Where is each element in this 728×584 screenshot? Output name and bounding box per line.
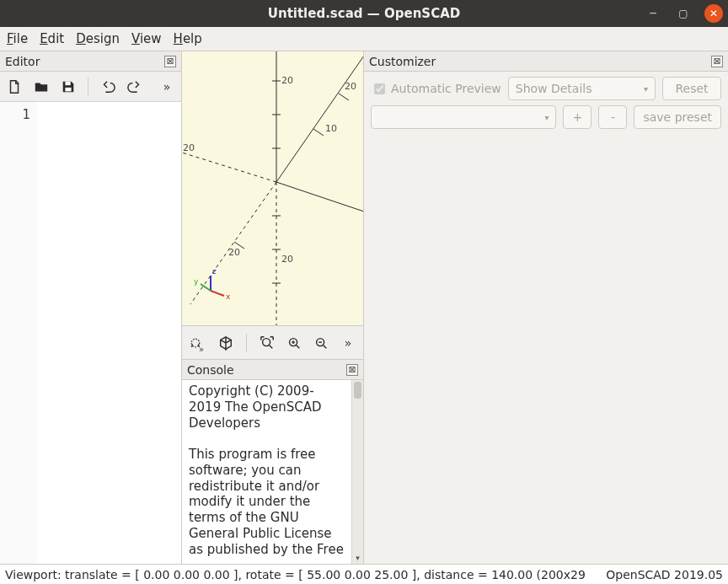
zoom-in-button[interactable]	[286, 334, 302, 352]
console-panel-close-icon[interactable]: ⊠	[346, 364, 358, 376]
editor-panel-title: Editor	[5, 55, 40, 68]
chevron-right-icon: »	[345, 336, 352, 350]
svg-text:y: y	[194, 277, 199, 286]
preset-add-button[interactable]: +	[563, 105, 592, 129]
customizer-panel: Customizer ⊠ Automatic Preview Show Deta…	[364, 51, 728, 564]
scroll-thumb[interactable]	[354, 382, 361, 399]
code-editor[interactable]	[37, 102, 181, 564]
line-number: 1	[7, 107, 30, 122]
undo-button[interactable]	[99, 78, 117, 96]
auto-preview-label: Automatic Preview	[391, 82, 501, 95]
editor-toolbar-overflow-button[interactable]: »	[158, 78, 176, 96]
status-version-text: OpenSCAD 2019.05	[606, 568, 723, 581]
save-preset-label: save preset	[643, 110, 712, 124]
svg-point-30	[263, 338, 270, 346]
console-panel: Console ⊠ Copyright (C) 2009-2019 The Op…	[182, 360, 363, 564]
plus-icon: +	[573, 110, 583, 124]
menubar: File Edit Design View Help	[0, 27, 728, 51]
reset-label: Reset	[675, 82, 708, 95]
svg-text:20: 20	[228, 247, 240, 258]
window-title: Untitled.scad — OpenSCAD	[0, 6, 728, 21]
customizer-panel-title: Customizer	[369, 55, 436, 68]
zoom-out-button[interactable]	[313, 334, 329, 352]
minus-icon: -	[611, 110, 615, 124]
svg-rect-1	[65, 87, 71, 91]
svg-text:z: z	[212, 267, 217, 276]
reset-button[interactable]: Reset	[662, 77, 721, 100]
svg-line-15	[182, 153, 276, 182]
minimize-button[interactable]: ─	[644, 4, 662, 23]
preset-remove-button[interactable]: -	[598, 105, 627, 129]
chevron-right-icon: »	[163, 80, 171, 94]
auto-preview-input[interactable]	[374, 83, 385, 94]
titlebar: Untitled.scad — OpenSCAD ─ ▢ ✕	[0, 0, 728, 27]
console-panel-title: Console	[187, 363, 234, 377]
editor-toolbar: »	[0, 72, 181, 102]
preview-button[interactable]: »	[189, 334, 207, 352]
svg-line-12	[339, 94, 349, 100]
main-area: Editor ⊠ » 1	[0, 51, 728, 564]
status-bar: Viewport: translate = [ 0.00 0.00 0.00 ]…	[0, 564, 728, 584]
zoom-all-button[interactable]	[259, 334, 276, 352]
svg-text:20: 20	[345, 81, 356, 92]
svg-text:20: 20	[281, 75, 293, 86]
show-details-select[interactable]: Show Details ▾	[508, 77, 656, 100]
save-preset-button[interactable]: save preset	[634, 105, 721, 129]
svg-text:x: x	[226, 292, 231, 301]
view-toolbar-separator	[246, 334, 247, 352]
editor-panel-close-icon[interactable]: ⊠	[164, 56, 176, 67]
view-toolbar-overflow-button[interactable]: »	[340, 334, 356, 352]
svg-text:10: 10	[325, 123, 337, 134]
auto-preview-checkbox[interactable]: Automatic Preview	[371, 81, 501, 97]
svg-text:20: 20	[183, 142, 195, 153]
menu-design[interactable]: Design	[76, 31, 120, 46]
svg-line-11	[313, 129, 324, 136]
menu-edit[interactable]: Edit	[40, 31, 64, 46]
preset-select[interactable]: ▾	[371, 105, 556, 129]
editor-line-gutter: 1	[0, 102, 37, 564]
menu-help[interactable]: Help	[174, 31, 202, 46]
show-details-label: Show Details	[516, 82, 592, 95]
render-button[interactable]	[217, 334, 234, 352]
toolbar-separator	[88, 78, 88, 96]
save-file-button[interactable]	[59, 78, 78, 96]
editor-body: 1	[0, 102, 181, 564]
console-panel-header: Console ⊠	[182, 360, 363, 380]
close-button[interactable]: ✕	[704, 4, 723, 23]
svg-rect-0	[65, 81, 70, 85]
open-file-button[interactable]	[32, 78, 51, 96]
redo-button[interactable]	[126, 78, 144, 96]
customizer-panel-header: Customizer ⊠	[364, 51, 728, 72]
status-viewport-text: Viewport: translate = [ 0.00 0.00 0.00 ]…	[5, 568, 586, 581]
scroll-down-icon[interactable]: ▾	[352, 554, 363, 564]
svg-line-24	[211, 291, 224, 296]
3d-viewport[interactable]: 20 20 20 10 20 20 z x y	[182, 51, 363, 326]
chevron-down-icon: ▾	[644, 84, 648, 94]
editor-panel: Editor ⊠ » 1	[0, 51, 182, 564]
customizer-panel-close-icon[interactable]: ⊠	[711, 56, 723, 67]
menu-file[interactable]: File	[7, 31, 28, 46]
editor-panel-header: Editor ⊠	[0, 51, 181, 72]
chevron-down-icon: ▾	[544, 113, 549, 122]
console-output[interactable]: Copyright (C) 2009-2019 The OpenSCAD Dev…	[182, 380, 351, 564]
view-toolbar: » »	[182, 326, 363, 360]
menu-view[interactable]: View	[131, 31, 162, 46]
console-scrollbar[interactable]: ▴ ▾	[351, 380, 363, 564]
center-panel: 20 20 20 10 20 20 z x y	[182, 51, 364, 564]
svg-line-17	[276, 182, 363, 212]
svg-text:20: 20	[281, 254, 293, 265]
maximize-button[interactable]: ▢	[674, 4, 693, 23]
new-file-button[interactable]	[5, 78, 24, 96]
